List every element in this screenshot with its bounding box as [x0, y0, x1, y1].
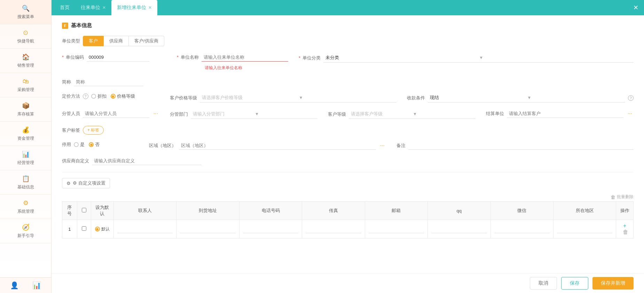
unit-category-label: * 单位分类: [299, 55, 321, 61]
pricing-row: 定价方法 ? 折扣 价格等级 客户价格等级 请选择客户: [62, 93, 634, 103]
tab-new-partner-close[interactable]: ✕: [148, 5, 152, 10]
customer-level-label: 客户等级: [328, 111, 346, 117]
customer-price-level-select[interactable]: 请选择客户价格等级 ▼: [200, 93, 396, 103]
unit-code-input[interactable]: [87, 53, 149, 62]
sidebar-item-basic-info[interactable]: 📋 基础信息: [0, 170, 51, 195]
unit-type-supplier-btn[interactable]: 供应商: [104, 36, 129, 46]
payment-terms-help-icon[interactable]: ?: [628, 95, 634, 101]
sidebar-item-finance[interactable]: 💰 资金管理: [0, 122, 51, 146]
customer-price-level-label: 客户价格等级: [170, 95, 197, 101]
tab-home[interactable]: 首页: [54, 0, 75, 15]
row-select-checkbox[interactable]: [82, 226, 86, 231]
region-more-btn[interactable]: ···: [379, 142, 386, 149]
unit-type-field: 单位类型 客户 供应商 客户/供应商: [62, 36, 634, 46]
col-address: 到货地址: [176, 202, 239, 220]
del-row-btn[interactable]: 🗑: [623, 229, 628, 235]
supplier-custom-input[interactable]: [92, 157, 201, 165]
radio-price-level[interactable]: 价格等级: [111, 93, 135, 99]
save-and-new-button[interactable]: 保存并新增: [592, 277, 634, 290]
manager-input[interactable]: [83, 109, 149, 118]
bulk-delete-label[interactable]: 批量删除: [617, 194, 634, 200]
customer-level-field: 客户等级 请选择客户等级 ▼: [328, 109, 476, 119]
add-row-btn[interactable]: +: [623, 223, 626, 229]
custom-settings-button[interactable]: ⚙ ⚙ 自定义项设置: [62, 178, 110, 188]
short-name-input[interactable]: [74, 78, 143, 86]
main-window-close[interactable]: ✕: [630, 4, 641, 11]
operations-icon: 📊: [22, 150, 30, 158]
unit-type-customer-btn[interactable]: 客户: [83, 36, 104, 46]
sidebar-item-search[interactable]: 🔍 搜索菜单: [0, 0, 51, 24]
row-default: 默认: [91, 220, 113, 238]
col-index: 序号: [62, 202, 77, 220]
table-header: 序号 设为默认 联系人 到货地址 电话号码 传真 邮箱 qq 微信 所在地区 操…: [62, 202, 634, 220]
short-name-row: 简称: [62, 78, 634, 86]
guide-icon: 🧭: [22, 223, 30, 231]
row-default-radio[interactable]: 默认: [95, 226, 110, 232]
radio-no[interactable]: 否: [89, 141, 100, 148]
radio-yes[interactable]: 是: [74, 141, 85, 148]
unit-category-select[interactable]: 未分类 ▼: [323, 53, 634, 63]
col-set-default: 设为默认: [91, 202, 113, 220]
stats-icon[interactable]: 📊: [32, 281, 41, 290]
sidebar-item-inventory[interactable]: 📦 库存核算: [0, 97, 51, 122]
customer-level-select[interactable]: 请选择客户等级 ▼: [349, 109, 476, 119]
sidebar-item-guide[interactable]: 🧭 新手引导: [0, 219, 51, 243]
remark-input[interactable]: [408, 141, 634, 150]
row-wechat: [490, 220, 553, 238]
unit-code-field: * 单位编码: [62, 53, 166, 62]
phone-input[interactable]: [243, 225, 298, 233]
remark-field: 备注: [396, 141, 634, 150]
bulk-delete-area: 🗑 批量删除: [62, 193, 634, 201]
tab-new-partner[interactable]: 新增往来单位 ✕: [111, 0, 157, 15]
col-region: 所在地区: [553, 202, 616, 220]
row-address: [176, 220, 239, 238]
settlement-unit-input[interactable]: [507, 109, 623, 118]
gear-icon: ⚙: [66, 181, 71, 186]
chevron-down-icon: ▼: [255, 112, 315, 116]
tab-partners[interactable]: 往来单位 ✕: [75, 0, 111, 15]
region-input[interactable]: [179, 141, 376, 150]
unit-name-error: 请输入往来单位名称: [205, 65, 242, 70]
customer-tag-label: 客户标签: [62, 127, 80, 133]
unit-type-both-btn[interactable]: 客户/供应商: [129, 36, 164, 46]
department-select[interactable]: 请输入分管部门 ▼: [191, 109, 317, 119]
unit-type-buttons: 客户 供应商 客户/供应商: [83, 36, 164, 46]
wechat-input[interactable]: [494, 225, 550, 233]
supplier-custom-label: 供应商自定义: [62, 158, 89, 164]
sidebar-item-purchase[interactable]: 🛍 采购管理: [0, 73, 51, 97]
unit-type-label: 单位类型: [62, 38, 80, 44]
address-input[interactable]: [180, 225, 235, 233]
pricing-help-icon[interactable]: ?: [83, 93, 88, 99]
finance-icon: 💰: [22, 126, 30, 134]
row-index: 1: [62, 220, 77, 238]
department-field: 分管部门 请输入分管部门 ▼: [170, 109, 317, 119]
save-button[interactable]: 保存: [561, 277, 588, 290]
radio-discount[interactable]: 折扣: [91, 93, 107, 99]
user-icon[interactable]: 👤: [10, 281, 19, 290]
search-icon: 🔍: [22, 4, 30, 13]
disabled-field: 停用 是 否: [62, 141, 139, 148]
sidebar-item-system[interactable]: ⚙ 系统管理: [0, 195, 51, 219]
col-wechat: 微信: [490, 202, 553, 220]
contact-input[interactable]: [117, 225, 173, 233]
chevron-down-icon: ▼: [299, 95, 395, 100]
email-input[interactable]: [369, 225, 424, 233]
add-tag-button[interactable]: + 标签: [83, 126, 104, 135]
form-content: F 基本信息 单位类型 客户 供应商 客户/供应商 * 单位编码: [52, 15, 644, 273]
manager-more-btn[interactable]: ···: [152, 110, 159, 117]
manager-field: 分管人员 ···: [62, 109, 159, 118]
fax-input[interactable]: [306, 225, 361, 233]
payment-terms-select[interactable]: 现结 ▼: [428, 93, 625, 103]
sidebar-item-operations[interactable]: 📊 经营管理: [0, 146, 51, 170]
tab-partners-close[interactable]: ✕: [102, 5, 106, 10]
sidebar-item-sales[interactable]: 🏠 销售管理: [0, 49, 51, 73]
action-bar: 取消 保存 保存并新增: [52, 273, 644, 293]
cancel-button[interactable]: 取消: [530, 277, 557, 290]
row-region-input[interactable]: [557, 225, 612, 233]
settlement-unit-more-btn[interactable]: ···: [626, 110, 634, 117]
select-all-checkbox[interactable]: [82, 208, 86, 212]
qq-input[interactable]: [431, 225, 487, 233]
chevron-down-icon: ▼: [413, 112, 473, 116]
unit-name-input[interactable]: [202, 53, 288, 62]
sidebar-item-quick-nav[interactable]: ⊙ 快捷导航: [0, 24, 51, 49]
